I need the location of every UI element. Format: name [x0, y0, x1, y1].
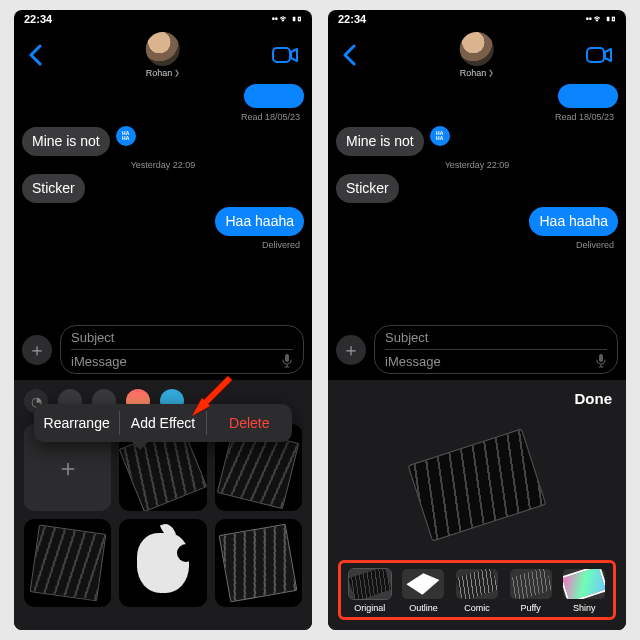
status-time: 22:34 — [338, 13, 366, 25]
compose-field[interactable]: Subject iMessage — [374, 325, 618, 374]
contact-name: Rohan — [460, 68, 487, 78]
effect-label: Original — [354, 603, 385, 613]
sent-bubble-empty[interactable] — [244, 84, 304, 108]
received-row: Mine is not HAHA — [22, 126, 304, 156]
sent-bubble[interactable]: Haa haaha — [215, 207, 304, 236]
haha-reaction-icon[interactable]: HAHA — [116, 126, 136, 146]
done-button[interactable]: Done — [575, 390, 613, 407]
read-receipt: Read 18/05/23 — [340, 112, 614, 122]
received-row: Mine is not HAHA — [336, 126, 618, 156]
facetime-button[interactable] — [580, 42, 618, 68]
effect-shiny[interactable]: Shiny — [560, 569, 608, 613]
timestamp: Yesterday 22:09 — [340, 160, 614, 170]
contact-name: Rohan — [146, 68, 173, 78]
message-input[interactable]: iMessage — [385, 354, 441, 369]
timestamp: Yesterday 22:09 — [26, 160, 300, 170]
nav-bar: Rohan❯ — [328, 28, 626, 82]
effect-preview[interactable] — [328, 409, 626, 560]
status-icons: •• ᯤ ▮▯ — [586, 14, 616, 24]
sticker-item[interactable] — [215, 519, 302, 606]
back-button[interactable] — [336, 40, 362, 70]
status-bar: 22:34 •• ᯤ ▮▯ — [328, 10, 626, 28]
effect-original[interactable]: Original — [346, 569, 394, 613]
effects-picker: Original Outline Comic Puffy Shiny — [338, 560, 616, 620]
effect-label: Comic — [464, 603, 490, 613]
svg-rect-1 — [285, 354, 289, 362]
sticker-preview[interactable] — [408, 428, 547, 541]
received-bubble[interactable]: Mine is not — [22, 127, 110, 156]
contact-header[interactable]: Rohan❯ — [460, 32, 495, 78]
sent-bubble-empty[interactable] — [558, 84, 618, 108]
received-bubble[interactable]: Sticker — [22, 174, 85, 203]
effect-editor: Done Original Outline Comic — [328, 380, 626, 630]
compose-field[interactable]: Subject iMessage — [60, 325, 304, 374]
sticker-item[interactable] — [119, 519, 206, 606]
microphone-icon[interactable] — [281, 353, 293, 369]
status-icons: •• ᯤ ▮▯ — [272, 14, 302, 24]
effect-label: Shiny — [573, 603, 596, 613]
sticker-drawer: ◔ Rearrange Add Effect Delete — [14, 380, 312, 630]
read-receipt: Read 18/05/23 — [26, 112, 300, 122]
phone-right: 22:34 •• ᯤ ▮▯ Rohan❯ Read 18/05/23 Mine … — [328, 10, 626, 630]
svg-rect-5 — [599, 354, 603, 362]
effect-label: Puffy — [520, 603, 540, 613]
svg-rect-4 — [587, 48, 604, 62]
svg-rect-0 — [273, 48, 290, 62]
sent-bubble[interactable]: Haa haaha — [529, 207, 618, 236]
annotation-arrow-icon — [190, 374, 234, 418]
microphone-icon[interactable] — [595, 353, 607, 369]
back-button[interactable] — [22, 40, 48, 70]
chevron-right-icon: ❯ — [174, 69, 180, 77]
phone-left: 22:34 •• ᯤ ▮▯ Rohan❯ Read 18/05/23 Mine … — [14, 10, 312, 630]
chevron-right-icon: ❯ — [488, 69, 494, 77]
received-bubble[interactable]: Mine is not — [336, 127, 424, 156]
compose-bar: ＋ Subject iMessage — [328, 319, 626, 380]
delivered-receipt: Delivered — [340, 240, 614, 250]
avatar — [146, 32, 180, 66]
subject-input[interactable]: Subject — [71, 330, 293, 350]
facetime-button[interactable] — [266, 42, 304, 68]
contact-header[interactable]: Rohan❯ — [146, 32, 181, 78]
haha-reaction-icon[interactable]: HAHA — [430, 126, 450, 146]
effect-puffy[interactable]: Puffy — [507, 569, 555, 613]
status-time: 22:34 — [24, 13, 52, 25]
sticker-grid[interactable]: ＋ — [14, 416, 312, 615]
sticker-item[interactable] — [24, 519, 111, 606]
menu-rearrange[interactable]: Rearrange — [34, 407, 119, 439]
subject-input[interactable]: Subject — [385, 330, 607, 350]
effect-label: Outline — [409, 603, 438, 613]
delivered-receipt: Delivered — [26, 240, 300, 250]
apps-plus-button[interactable]: ＋ — [336, 335, 366, 365]
message-thread[interactable]: Read 18/05/23 Mine is not HAHA Yesterday… — [328, 82, 626, 319]
context-menu: Rearrange Add Effect Delete — [34, 404, 292, 442]
compose-bar: ＋ Subject iMessage — [14, 319, 312, 380]
message-input[interactable]: iMessage — [71, 354, 127, 369]
status-bar: 22:34 •• ᯤ ▮▯ — [14, 10, 312, 28]
message-thread[interactable]: Read 18/05/23 Mine is not HAHA Yesterday… — [14, 82, 312, 319]
avatar — [460, 32, 494, 66]
nav-bar: Rohan❯ — [14, 28, 312, 82]
received-bubble[interactable]: Sticker — [336, 174, 399, 203]
effect-outline[interactable]: Outline — [399, 569, 447, 613]
apps-plus-button[interactable]: ＋ — [22, 335, 52, 365]
effect-comic[interactable]: Comic — [453, 569, 501, 613]
